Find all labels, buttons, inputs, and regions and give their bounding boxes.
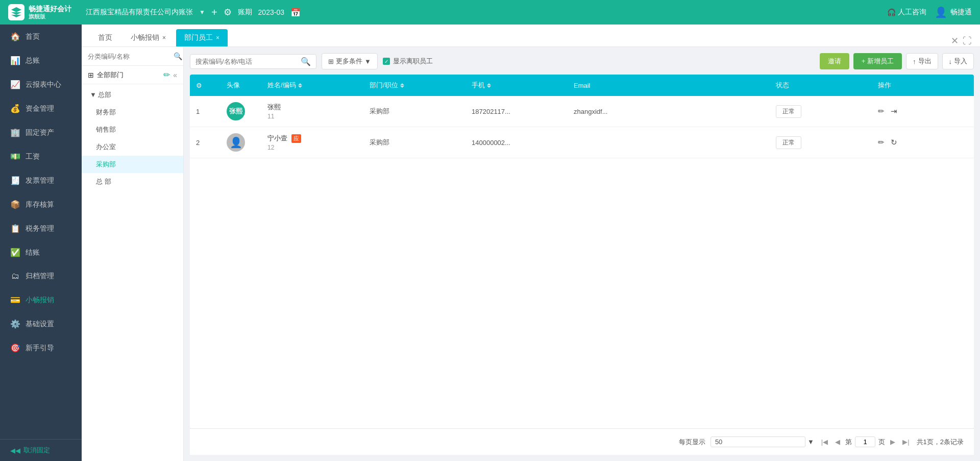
sidebar-item-inventory[interactable]: 📦 库存核算: [0, 192, 82, 216]
logo-area: 畅捷通好会计 旗舰版: [8, 4, 80, 20]
user-menu[interactable]: 👤 畅捷通: [935, 6, 972, 18]
sidebar-item-label: 总账: [26, 56, 40, 65]
cell-avatar-1: 张熙: [220, 96, 261, 127]
show-resigned-toggle[interactable]: ✓ 显示离职员工: [383, 57, 433, 66]
version-badge: 旗舰版: [29, 13, 71, 20]
tab-home[interactable]: 首页: [90, 29, 120, 46]
dept-item-office[interactable]: 办公室: [82, 138, 183, 156]
cell-phone-1: 187202117...: [465, 96, 568, 127]
dept-item-sales[interactable]: 销售部: [82, 121, 183, 138]
main-content: 首页 小畅报销 × 部门员工 × ✕ ⛶ 🔍 ⊞ 全部部门 ✏ «: [82, 25, 980, 461]
settings-icon[interactable]: ⚙: [224, 7, 232, 18]
tab-expense[interactable]: 小畅报销 ×: [122, 29, 174, 46]
sort-phone-icon[interactable]: [487, 83, 491, 88]
page-num-input[interactable]: [855, 436, 875, 447]
ledger-icon: 📊: [10, 56, 20, 65]
logout-icon-1[interactable]: ⇥: [891, 107, 897, 116]
left-arrow-icon: ◀◀: [10, 447, 20, 454]
calendar-icon[interactable]: 📅: [290, 8, 301, 17]
sidebar-item-label: 结账: [26, 248, 40, 257]
sidebar-item-invoice[interactable]: 🧾 发票管理: [0, 168, 82, 192]
import-btn[interactable]: ↓ 导入: [942, 53, 974, 69]
dept-item-hq[interactable]: ▼ 总部: [82, 86, 183, 104]
page-size-dropdown-icon[interactable]: ▼: [807, 438, 814, 446]
sidebar-item-reports[interactable]: 📈 云报表中心: [0, 72, 82, 96]
sidebar-item-home[interactable]: 🏠 首页: [0, 25, 82, 48]
all-dept-label[interactable]: 全部部门: [97, 70, 124, 80]
status-badge-1: 正常: [776, 105, 801, 118]
payroll-icon: 💵: [10, 152, 20, 161]
home-icon: 🏠: [10, 32, 20, 41]
headset-icon: 🎧: [887, 8, 896, 16]
dept-item-finance[interactable]: 财务部: [82, 104, 183, 121]
app-logo: [8, 4, 24, 20]
sidebar-item-guide[interactable]: 🎯 新手引导: [0, 336, 82, 360]
sidebar-item-checkout[interactable]: ✅ 结账: [0, 240, 82, 264]
cell-avatar-2: 👤: [220, 127, 261, 158]
expand-window-icon[interactable]: ⛶: [963, 36, 972, 46]
edit-icon-1[interactable]: ✏: [878, 107, 885, 116]
tab-expense-close[interactable]: ×: [162, 34, 166, 41]
archive-icon: 🗂: [10, 272, 20, 281]
th-email: Email: [568, 75, 770, 96]
settings-icon: ⚙️: [10, 319, 20, 329]
sidebar-item-settings[interactable]: ⚙️ 基础设置: [0, 312, 82, 336]
tab-dept-employee-close[interactable]: ×: [216, 34, 219, 41]
dept-search-input[interactable]: [88, 53, 174, 60]
toolbar-right: 邀请 + 新增员工 ↑ 导出 ↓ 导入: [820, 53, 974, 69]
add-employee-btn[interactable]: + 新增员工: [853, 53, 902, 69]
sidebar-item-label: 资金管理: [26, 104, 54, 113]
prev-page-btn[interactable]: ◀: [833, 437, 842, 447]
dept-item-purchase[interactable]: 采购部: [82, 156, 183, 173]
more-filter-btn[interactable]: ⊞ 更多条件 ▼: [322, 53, 378, 69]
service-btn[interactable]: 🎧 人工咨询: [887, 8, 926, 17]
sidebar-item-expense[interactable]: 💳 小畅报销: [0, 288, 82, 312]
edit-icon-2[interactable]: ✏: [878, 138, 885, 147]
dept-search-icon[interactable]: 🔍: [174, 52, 182, 60]
employee-search-icon[interactable]: 🔍: [301, 57, 311, 66]
invite-btn[interactable]: 邀请: [820, 53, 849, 69]
sidebar-item-finance[interactable]: 💰 资金管理: [0, 96, 82, 120]
refresh-icon-2[interactable]: ↻: [891, 138, 897, 147]
dept-edit-btn[interactable]: ✏: [163, 70, 170, 80]
sort-dept-icon[interactable]: [400, 83, 404, 88]
dept-item-general-hq[interactable]: 总 部: [82, 173, 183, 190]
sidebar-item-ledger[interactable]: 📊 总账: [0, 48, 82, 72]
first-page-btn[interactable]: |◀: [819, 437, 830, 447]
gear-icon[interactable]: ⚙: [196, 82, 202, 89]
close-window-icon[interactable]: ✕: [951, 35, 959, 46]
checkout-icon: ✅: [10, 248, 20, 257]
show-resigned-checkbox[interactable]: ✓: [383, 58, 390, 65]
sidebar-item-tax[interactable]: 📋 税务管理: [0, 216, 82, 240]
sidebar-item-archive[interactable]: 🗂 归档管理: [0, 264, 82, 288]
sidebar: 🏠 首页 📊 总账 📈 云报表中心 💰 资金管理 🏢 固定资产 💵 工资 🧾 发…: [0, 25, 82, 461]
export-btn[interactable]: ↑ 导出: [906, 53, 938, 69]
unfix-sidebar-btn[interactable]: ◀◀ 取消固定: [0, 439, 82, 461]
th-name-code[interactable]: 姓名/编码: [261, 75, 363, 96]
last-page-btn[interactable]: ▶|: [900, 437, 911, 447]
th-status: 状态: [770, 75, 872, 96]
next-page-btn[interactable]: ▶: [888, 437, 897, 447]
th-phone[interactable]: 手机: [465, 75, 568, 96]
tabs-right-actions: ✕ ⛶: [951, 35, 972, 46]
employee-search-input[interactable]: [195, 58, 298, 65]
cell-index-1: 1: [190, 96, 220, 127]
page-size-input[interactable]: [710, 436, 805, 447]
cell-phone-2: 140000002...: [465, 127, 568, 158]
sidebar-item-assets[interactable]: 🏢 固定资产: [0, 120, 82, 144]
sidebar-item-label: 税务管理: [26, 224, 54, 233]
add-company-btn[interactable]: +: [211, 7, 217, 18]
company-dropdown-icon[interactable]: ▼: [199, 9, 205, 16]
cell-status-2: 正常: [770, 127, 872, 158]
sidebar-item-label: 基础设置: [26, 320, 54, 329]
cell-dept-2: 采购部: [363, 127, 465, 158]
sort-name-code-icon[interactable]: [298, 83, 302, 88]
sidebar-item-label: 归档管理: [26, 272, 54, 281]
tab-dept-employee[interactable]: 部门员工 ×: [176, 29, 228, 46]
dept-collapse-btn[interactable]: «: [173, 71, 177, 79]
avatar-icon: 👤: [935, 6, 947, 18]
sidebar-item-payroll[interactable]: 💵 工资: [0, 144, 82, 168]
period-value[interactable]: 2023-03: [258, 8, 284, 16]
sidebar-item-label: 首页: [26, 32, 40, 41]
th-dept-position[interactable]: 部门/职位: [363, 75, 465, 96]
